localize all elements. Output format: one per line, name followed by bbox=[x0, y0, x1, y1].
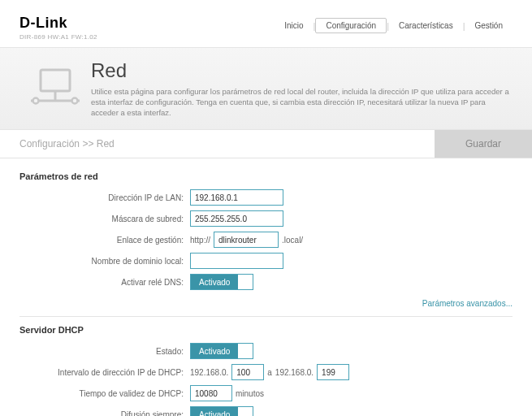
breadcrumb-row: Configuración >> Red Guardar bbox=[0, 130, 532, 158]
content: Parámetros de red Dirección IP de LAN: M… bbox=[0, 158, 532, 416]
nav-home[interactable]: Inicio bbox=[275, 19, 313, 32]
mgmt-host-input[interactable] bbox=[214, 232, 279, 248]
nav-management[interactable]: Gestión bbox=[465, 19, 513, 32]
dhcp-range-from-input[interactable] bbox=[231, 364, 264, 380]
dhcp-lease-label: Tiempo de validez de DHCP: bbox=[19, 389, 190, 398]
network-icon bbox=[19, 59, 91, 118]
dhcp-range-to-input[interactable] bbox=[317, 364, 349, 380]
dhcp-range-label: Intervalo de dirección IP de DHCP: bbox=[19, 368, 190, 377]
nav-config[interactable]: Configuración bbox=[315, 18, 387, 33]
lease-unit: minutos bbox=[236, 389, 264, 398]
lan-ip-input[interactable] bbox=[190, 189, 283, 206]
range-sep: a bbox=[267, 368, 272, 377]
subnet-mask-label: Máscara de subred: bbox=[19, 214, 190, 223]
domain-input[interactable] bbox=[190, 253, 283, 269]
svg-point-4 bbox=[72, 98, 78, 104]
dhcp-state-label: Estado: bbox=[19, 347, 190, 356]
advanced-link[interactable]: Parámetros avanzados... bbox=[422, 299, 513, 308]
svg-point-3 bbox=[33, 98, 39, 104]
mgmt-suffix: .local/ bbox=[282, 236, 303, 245]
mgmt-link-label: Enlace de gestión: bbox=[19, 236, 190, 245]
save-button[interactable]: Guardar bbox=[435, 130, 532, 158]
header: D-Link DIR-869 HW:A1 FW:1.02 Inicio | Co… bbox=[0, 0, 532, 47]
logo-block: D-Link DIR-869 HW:A1 FW:1.02 bbox=[19, 15, 97, 41]
model-label: DIR-869 HW:A1 FW:1.02 bbox=[19, 33, 97, 41]
top-nav: Inicio | Configuración | Características… bbox=[97, 15, 513, 33]
nav-features[interactable]: Características bbox=[389, 19, 463, 32]
page-title: Red bbox=[91, 59, 513, 82]
dhcp-always-toggle[interactable]: Activado bbox=[190, 406, 253, 416]
subnet-mask-input[interactable] bbox=[190, 210, 283, 227]
dhcp-always-label: Difusión siempre: bbox=[19, 410, 190, 416]
dhcp-lease-input[interactable] bbox=[190, 385, 232, 401]
dns-relay-toggle[interactable]: Activado bbox=[190, 274, 253, 290]
section-network-title: Parámetros de red bbox=[19, 171, 513, 181]
section-dhcp-title: Servidor DHCP bbox=[19, 325, 513, 335]
brand-logo: D-Link bbox=[19, 15, 97, 32]
mgmt-prefix: http:// bbox=[190, 236, 210, 245]
dns-relay-label: Activar relé DNS: bbox=[19, 278, 190, 287]
toggle-on-text: Activado bbox=[191, 275, 238, 289]
banner: Red Utilice esta página para configurar … bbox=[0, 47, 532, 130]
breadcrumb: Configuración >> Red bbox=[0, 130, 435, 158]
domain-label: Nombre de dominio local: bbox=[19, 257, 190, 266]
range-prefix1: 192.168.0. bbox=[190, 368, 228, 377]
page-desc: Utilice esta página para configurar los … bbox=[91, 87, 513, 118]
banner-text: Red Utilice esta página para configurar … bbox=[91, 59, 513, 118]
range-prefix2: 192.168.0. bbox=[275, 368, 314, 377]
svg-rect-0 bbox=[41, 70, 70, 91]
lan-ip-label: Dirección IP de LAN: bbox=[19, 193, 190, 202]
dhcp-state-toggle[interactable]: Activado bbox=[190, 343, 253, 359]
